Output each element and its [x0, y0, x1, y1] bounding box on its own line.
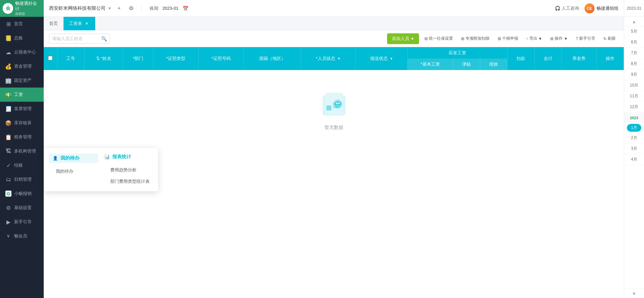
tab-home[interactable]: 首页 [44, 17, 64, 30]
month-item-jul[interactable]: 7月 [624, 48, 644, 59]
salary-icon: 💵 [5, 92, 11, 98]
table-header-status[interactable]: *人员状态 ▼ [301, 47, 356, 70]
app-logo: 会 畅捷通好会计 旗舰版 [0, 0, 44, 17]
sidebar-item-settlement[interactable]: ✓ 结账 [0, 158, 44, 172]
sidebar-item-salary[interactable]: 💵 工资 [0, 88, 44, 102]
select-all-checkbox[interactable] [48, 56, 52, 60]
sidebar-item-invoice[interactable]: 🧾 发票管理 [0, 102, 44, 116]
no-data-text: 暂无数据 [325, 125, 343, 131]
month-list: 5月 6月 7月 8月 9月 10月 11月 12月 2023 1月 2月 3月… [624, 26, 644, 289]
settlement-icon: ✓ [5, 162, 11, 168]
tab-salary-label: 工资表 [69, 21, 82, 27]
headset-icon: 🎧 [555, 6, 560, 11]
table-header-report-status[interactable]: 报送状态 ▼ [356, 47, 408, 70]
table-header-checkbox[interactable] [44, 47, 57, 70]
month-nav-up[interactable]: ▲ [624, 17, 644, 26]
social-security-label: 统一社保设置 [429, 36, 453, 41]
refresh-button[interactable]: ↻ 刷新 [601, 34, 618, 44]
period-value: 2023-01 [162, 6, 179, 11]
month-item-sep[interactable]: 9月 [624, 69, 644, 80]
right-panel-header: 2023.01 [624, 0, 644, 17]
period-label: 账期 [150, 5, 158, 11]
user-profile[interactable]: CE 畅捷通组组 [584, 3, 618, 13]
add-company-button[interactable]: ＋ [114, 4, 124, 13]
month-item-oct[interactable]: 10月 [624, 80, 644, 91]
refresh-label: 刷新 [608, 36, 616, 41]
search-icon: 🔍 [101, 36, 107, 41]
month-item-dec[interactable]: 12月 [624, 102, 644, 112]
sidebar-item-label: 畅会员 [14, 233, 27, 239]
company-selector[interactable]: 西安虾米网络科技有限公司 ▼ [49, 5, 112, 11]
social-security-button[interactable]: ⊞ 统一社保设置 [422, 34, 456, 44]
sidebar-item-label: 发票管理 [14, 106, 32, 112]
tab-close-button[interactable]: ✕ [84, 21, 89, 26]
table-header-base-salary: *基本工资 [408, 59, 453, 70]
month-item-apr[interactable]: 4月 [624, 154, 644, 165]
inventory-icon: 📦 [5, 120, 11, 126]
settings-button[interactable]: ⚙ [126, 4, 136, 13]
logo-sub: 旗舰版 [15, 11, 41, 16]
table-header-cert-type: *证照类型 [153, 47, 198, 70]
popup-report-label: 报表统计 [112, 154, 131, 160]
month-item-may[interactable]: 5月 [624, 26, 644, 37]
sidebar-item-xiao-report[interactable]: G 小畅报销 [0, 187, 44, 201]
sidebar-item-ledger[interactable]: 📒 总账 [0, 31, 44, 45]
month-item-jan[interactable]: 1月 [627, 124, 641, 132]
tab-salary-table[interactable]: 工资表 ✕ [64, 17, 95, 30]
sidebar-item-fixed-assets[interactable]: 🏢 固定资产 [0, 73, 44, 88]
company-name: 西安虾米网络科技有限公司 [49, 5, 106, 11]
ledger-icon: 📒 [5, 35, 11, 41]
personal-tax-button[interactable]: ⊞ 个税申报 [495, 34, 521, 44]
sidebar-item-label: 新手引导 [14, 219, 32, 225]
month-nav-down[interactable]: ▼ [624, 289, 644, 298]
special-deduction-button[interactable]: ⊞ 专项附加扣除 [458, 34, 492, 44]
popup-section-todo-title[interactable]: 👤 我的待办 [49, 154, 98, 163]
export-button[interactable]: ↑ 导出 ▼ [524, 34, 545, 44]
user-service-button[interactable]: 🎧 人工咨询 [555, 5, 579, 11]
month-item-jun[interactable]: 6月 [624, 37, 644, 48]
social-security-icon: ⊞ [424, 36, 428, 41]
add-btn-arrow-icon: ▼ [411, 37, 414, 41]
popup-my-todo[interactable]: 我的待办 [49, 167, 98, 176]
month-item-mar[interactable]: 3月 [624, 143, 644, 154]
sidebar-item-inventory[interactable]: 📦 库存核算 [0, 116, 44, 130]
xiao-report-icon: G [5, 191, 11, 197]
month-item-aug[interactable]: 8月 [624, 59, 644, 69]
new-guide-icon: ▶ [5, 219, 11, 225]
svg-point-6 [335, 101, 341, 107]
sidebar-item-new-guide[interactable]: ▶ 新手引导 [0, 215, 44, 229]
logo-text: 畅捷通好会计 [15, 1, 41, 11]
popup-sections: 👤 我的待办 我的待办 📊 报表统计 费用趋势分析 部门费用类型统计表 [49, 154, 153, 186]
popup-dept-expense[interactable]: 部门费用类型统计表 [104, 177, 153, 186]
popup-expense-trend[interactable]: 费用趋势分析 [104, 166, 153, 174]
table-header-cert-no: *证照号码 [198, 47, 243, 70]
popup-section-report: 📊 报表统计 费用趋势分析 部门费用类型统计表 [104, 154, 153, 186]
sidebar-item-basic-settings[interactable]: ⚙ 基础设置 [0, 201, 44, 215]
sidebar-item-label: 资金管理 [14, 63, 32, 69]
sidebar-item-cloud-report[interactable]: ☁ 云报表中心 [0, 45, 44, 59]
nav-popup: 👤 我的待办 我的待办 📊 报表统计 费用趋势分析 部门费用类型统计表 [44, 148, 158, 191]
new-guide-button[interactable]: ? 新手引导 [573, 34, 598, 44]
sidebar-item-archive[interactable]: 🗂 归档管理 [0, 172, 44, 187]
report-icon: 📊 [104, 154, 110, 160]
table-header-performance: 绩效 [480, 59, 507, 70]
sidebar-item-member[interactable]: V 畅会员 [0, 229, 44, 243]
month-item-nov[interactable]: 11月 [624, 91, 644, 102]
operation-button[interactable]: ⊞ 操作 ▼ [547, 34, 570, 44]
sidebar-item-fund[interactable]: 💰 资金管理 [0, 59, 44, 73]
sidebar-item-home[interactable]: ⊞ 首页 [0, 17, 44, 31]
year-label-2023: 2023 [624, 112, 644, 123]
month-item-feb[interactable]: 2月 [624, 133, 644, 143]
todo-icon: 👤 [52, 155, 59, 162]
export-dropdown-icon: ▼ [538, 36, 542, 41]
table-header-allowance: 津贴 [453, 59, 480, 70]
dept-expense-label: 部门费用类型统计表 [110, 179, 150, 184]
sidebar-item-label: 工资 [14, 92, 23, 98]
popup-section-report-title[interactable]: 📊 报表统计 [104, 154, 153, 162]
employee-search-input[interactable] [52, 36, 99, 41]
sidebar-item-multi-org[interactable]: 🏗 多机构管理 [0, 144, 44, 158]
add-employee-button[interactable]: 添加人员 ▼ [387, 33, 419, 44]
period-calendar-icon[interactable]: 📅 [183, 6, 188, 11]
sidebar-item-tax[interactable]: 📋 税务管理 [0, 130, 44, 144]
topbar: 西安虾米网络科技有限公司 ▼ ＋ ⚙ 账期 2023-01 📅 🎧 人工咨询 C… [44, 0, 624, 17]
